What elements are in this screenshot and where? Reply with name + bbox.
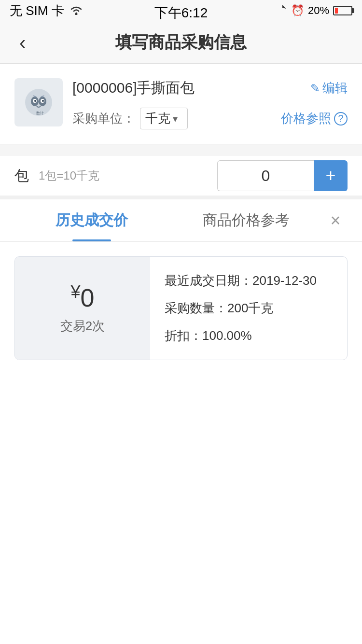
svg-point-0 bbox=[75, 13, 77, 15]
tab-history-price[interactable]: 历史成交价 bbox=[14, 199, 169, 241]
currency-symbol: ¥ bbox=[71, 282, 81, 302]
tab-price-ref-label: 商品价格参考 bbox=[203, 210, 290, 230]
help-icon: ? bbox=[334, 112, 348, 126]
nav-bar: ‹ 填写商品采购信息 bbox=[0, 21, 362, 64]
product-info: [0000006]手撕面包 ✎ 编辑 采购单位： 千克 ▾ 价格参照 ? bbox=[72, 78, 348, 129]
edit-icon: ✎ bbox=[310, 82, 320, 95]
svg-point-7 bbox=[42, 100, 44, 102]
product-name-row: [0000006]手撕面包 ✎ 编辑 bbox=[72, 78, 348, 98]
qty-input[interactable]: 0 bbox=[217, 160, 314, 191]
qty-conversion: 1包=10千克 bbox=[39, 168, 99, 183]
carrier-text: 无 SIM 卡 bbox=[10, 2, 64, 19]
history-card: ¥0 交易2次 最近成交日期：2019-12-30 采购数量：200千克 折扣：… bbox=[14, 256, 348, 360]
tab-price-reference[interactable]: 商品价格参考 bbox=[169, 199, 323, 241]
qty-unit-label: 包 bbox=[14, 166, 29, 186]
product-image: 数计 bbox=[14, 78, 63, 126]
wifi-icon bbox=[69, 3, 84, 18]
battery-icon bbox=[333, 6, 352, 15]
qty-input-area: 0 + bbox=[109, 160, 348, 191]
price-ref-label: 价格参照 bbox=[281, 110, 331, 127]
unit-value: 千克 bbox=[145, 110, 170, 127]
tab-active-indicator bbox=[72, 239, 111, 241]
unit-select[interactable]: 千克 ▾ bbox=[140, 108, 188, 129]
history-price-section: ¥0 交易2次 bbox=[15, 257, 150, 360]
unit-row: 采购单位： 千克 ▾ 价格参照 ? bbox=[72, 108, 348, 129]
trade-count: 交易2次 bbox=[60, 318, 105, 335]
back-button[interactable]: ‹ bbox=[14, 28, 30, 57]
tab-history-label: 历史成交价 bbox=[56, 210, 128, 230]
price-number: 0 bbox=[81, 284, 95, 312]
qty-plus-button[interactable]: + bbox=[314, 160, 348, 191]
detail-discount-row: 折扣：100.00% bbox=[165, 326, 333, 345]
alarm-icon: ⏰ bbox=[291, 4, 304, 17]
qty-value: 0 bbox=[262, 167, 270, 185]
discount-label: 折扣： bbox=[165, 328, 202, 343]
status-right: ⏰ 20% bbox=[278, 4, 352, 17]
product-name: [0000006]手撕面包 bbox=[72, 78, 195, 98]
tab-header: 历史成交价 商品价格参考 × bbox=[0, 199, 362, 242]
status-bar: 无 SIM 卡 下午6:12 ⏰ 20% bbox=[0, 0, 362, 21]
svg-text:数计: 数计 bbox=[36, 111, 44, 115]
quantity-separator bbox=[0, 144, 362, 156]
detail-date-row: 最近成交日期：2019-12-30 bbox=[165, 271, 333, 290]
status-time: 下午6:12 bbox=[154, 4, 208, 22]
date-value: 2019-12-30 bbox=[252, 273, 317, 288]
close-icon: × bbox=[330, 210, 340, 231]
location-icon bbox=[278, 4, 287, 17]
product-card: 数计 [0000006]手撕面包 ✎ 编辑 采购单位： 千克 ▾ 价格参照 ? bbox=[0, 64, 362, 144]
quantity-value: 200千克 bbox=[227, 301, 273, 315]
svg-point-6 bbox=[34, 100, 36, 102]
page-title: 填写商品采购信息 bbox=[115, 31, 247, 54]
edit-label: 编辑 bbox=[322, 80, 348, 97]
dropdown-arrow-icon: ▾ bbox=[173, 113, 178, 125]
page-body bbox=[0, 375, 362, 644]
unit-label: 采购单位： bbox=[72, 110, 135, 127]
date-label: 最近成交日期： bbox=[165, 273, 252, 288]
status-left: 无 SIM 卡 bbox=[10, 2, 84, 19]
history-content: ¥0 交易2次 最近成交日期：2019-12-30 采购数量：200千克 折扣：… bbox=[0, 242, 362, 375]
quantity-label: 采购数量： bbox=[165, 301, 227, 315]
product-logo: 数计 bbox=[24, 88, 53, 117]
quantity-row: 包 1包=10千克 0 + bbox=[0, 156, 362, 199]
plus-icon: + bbox=[325, 166, 335, 186]
tab-close-button[interactable]: × bbox=[323, 209, 348, 233]
history-price-value: ¥0 bbox=[71, 282, 95, 312]
detail-quantity-row: 采购数量：200千克 bbox=[165, 299, 333, 318]
tab-panel: 历史成交价 商品价格参考 × ¥0 交易2次 最近成交日期：2019-12-30 bbox=[0, 199, 362, 375]
edit-button[interactable]: ✎ 编辑 bbox=[310, 80, 348, 97]
price-reference-button[interactable]: 价格参照 ? bbox=[281, 110, 348, 127]
battery-percent: 20% bbox=[308, 4, 329, 17]
discount-value: 100.00% bbox=[202, 328, 252, 343]
history-details-section: 最近成交日期：2019-12-30 采购数量：200千克 折扣：100.00% bbox=[150, 257, 347, 360]
